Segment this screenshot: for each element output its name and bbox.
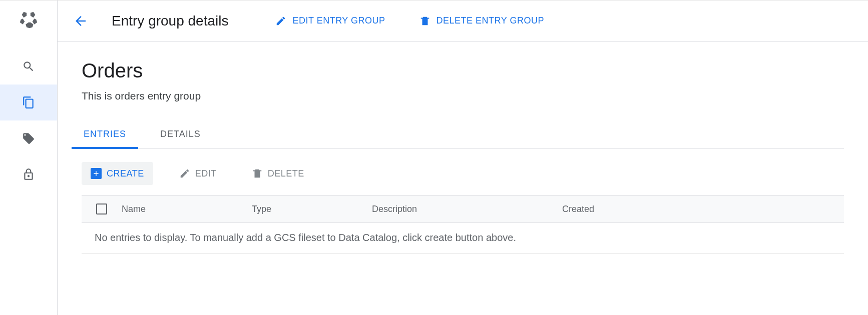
sidebar-item-search[interactable] <box>0 48 57 84</box>
tab-details[interactable]: DETAILS <box>158 122 203 148</box>
edit-entry-button[interactable]: EDIT <box>170 162 226 185</box>
tab-entries[interactable]: ENTRIES <box>82 122 128 148</box>
col-header-created[interactable]: Created <box>562 204 844 214</box>
col-header-type[interactable]: Type <box>252 204 372 214</box>
lock-icon <box>22 168 35 181</box>
edit-entry-group-label: EDIT ENTRY GROUP <box>292 16 385 26</box>
pencil-icon <box>179 168 190 179</box>
delete-entry-group-button[interactable]: DELETE ENTRY GROUP <box>412 12 551 30</box>
content-area: Orders This is orders entry group ENTRIE… <box>58 42 868 315</box>
tag-icon <box>22 132 35 145</box>
create-entry-button[interactable]: CREATE <box>82 162 153 185</box>
tabs: ENTRIES DETAILS <box>82 122 844 149</box>
plus-icon <box>91 168 102 179</box>
topbar: Entry group details EDIT ENTRY GROUP DEL… <box>58 0 868 42</box>
pencil-icon <box>275 16 286 26</box>
edit-entry-group-button[interactable]: EDIT ENTRY GROUP <box>268 12 392 30</box>
edit-label: EDIT <box>195 168 217 179</box>
back-button[interactable] <box>70 10 92 32</box>
sidebar-item-policies[interactable] <box>0 156 57 192</box>
entries-toolbar: CREATE EDIT DELETE <box>82 162 844 185</box>
col-header-name[interactable]: Name <box>122 204 252 214</box>
delete-entry-button[interactable]: DELETE <box>243 162 313 185</box>
entry-group-name: Orders <box>82 60 844 82</box>
delete-label: DELETE <box>268 168 304 179</box>
sidebar-item-tags[interactable] <box>0 120 57 156</box>
search-icon <box>22 60 35 73</box>
copy-icon <box>22 96 35 109</box>
entries-empty-message: No entries to display. To manually add a… <box>82 223 844 254</box>
arrow-left-icon <box>73 14 88 28</box>
entries-table-header: Name Type Description Created <box>82 195 844 223</box>
select-all-checkbox[interactable] <box>96 204 107 214</box>
sidebar <box>0 0 58 315</box>
sidebar-item-entry-groups[interactable] <box>0 84 57 120</box>
trash-icon <box>419 16 430 26</box>
page-title: Entry group details <box>112 13 228 29</box>
main-panel: Entry group details EDIT ENTRY GROUP DEL… <box>58 0 868 315</box>
entry-group-description: This is orders entry group <box>82 90 844 102</box>
product-logo-icon <box>15 6 43 34</box>
delete-entry-group-label: DELETE ENTRY GROUP <box>437 16 544 26</box>
col-header-description[interactable]: Description <box>372 204 562 214</box>
trash-icon <box>252 168 263 179</box>
create-label: CREATE <box>107 168 144 179</box>
